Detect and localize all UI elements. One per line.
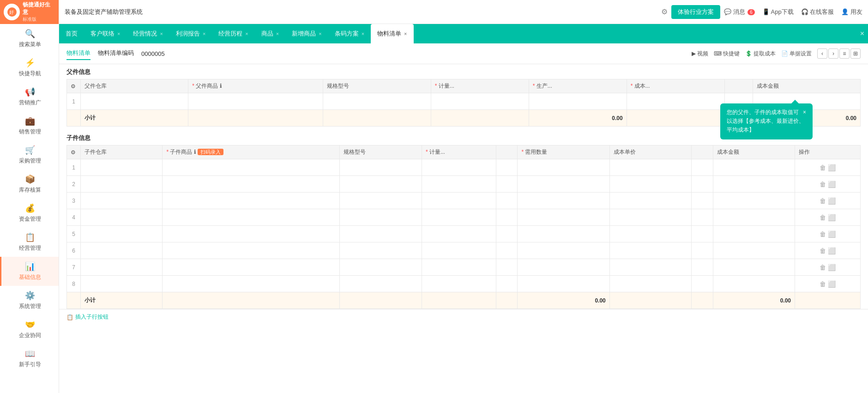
child-row-6-unit-cost[interactable] [609,242,691,259]
online-service-action[interactable]: 🎧 在线客服 [801,8,834,16]
scan-badge[interactable]: 扫码录入 [198,149,223,155]
trial-btn[interactable]: 体验行业方案 [671,5,720,19]
sidebar-item-operations[interactable]: 📋 经营管理 [0,228,59,257]
child-row-3-unit[interactable] [422,193,496,209]
child-row-1-warehouse[interactable] [81,159,163,176]
child-row-8-qty[interactable] [518,276,609,292]
child-row-1-goods[interactable] [163,159,340,176]
sidebar-item-search[interactable]: 🔍 搜索菜单 [0,24,59,53]
parent-row-1-spec[interactable] [323,93,431,110]
nav-expand[interactable]: ⊞ [850,48,861,59]
child-row-4-unit[interactable] [422,209,496,226]
tab-new-goods[interactable]: 新增商品 × [285,24,328,43]
tooltip-close[interactable]: × [803,108,806,117]
delete-icon-3[interactable]: 🗑 [820,197,826,205]
tab-goods[interactable]: 商品 × [255,24,285,43]
child-row-6-warehouse[interactable] [81,242,163,259]
tab-new-goods-close[interactable]: × [319,31,321,36]
copy-icon-7[interactable]: ⬜ [828,264,836,271]
tab-goods-close[interactable]: × [276,31,279,36]
child-row-5-unit[interactable] [422,226,496,242]
subheader-tab-bom[interactable]: 物料清单 [66,47,90,60]
copy-icon-5[interactable]: ⬜ [828,230,836,238]
child-row-3-qty[interactable] [518,193,609,209]
subheader-tab-code[interactable]: 物料清单编码 [98,47,134,60]
child-row-4-unit-cost[interactable] [609,209,691,226]
child-row-8-unit[interactable] [422,276,496,292]
tab-business[interactable]: 经营情况 × [127,24,169,43]
child-row-5-spec[interactable] [340,226,422,242]
parent-row-1-warehouse[interactable] [81,93,188,110]
sidebar-item-marketing[interactable]: 📢 营销推广 [0,82,59,111]
app-download-action[interactable]: 📱 App下载 [762,8,794,16]
sidebar-item-collab[interactable]: 🤝 企业协同 [0,315,59,344]
tab-customer[interactable]: 客户联络 × [84,24,127,43]
sidebar-item-inventory[interactable]: 📦 库存核算 [0,169,59,199]
child-row-5-qty[interactable] [518,226,609,242]
tab-barcode[interactable]: 条码方案 × [328,24,371,43]
delete-icon-2[interactable]: 🗑 [820,181,826,188]
child-row-7-warehouse[interactable] [81,259,163,276]
child-row-2-qty[interactable] [518,176,609,193]
child-row-7-unit-cost[interactable] [609,259,691,276]
child-row-1-unit[interactable] [422,159,496,176]
tab-bom-close[interactable]: × [404,31,407,36]
tab-history-close[interactable]: × [245,31,248,36]
child-row-5-unit-cost[interactable] [609,226,691,242]
child-row-4-qty[interactable] [518,209,609,226]
parent-row-1-cost[interactable] [627,93,724,110]
delete-icon-8[interactable]: 🗑 [820,280,826,288]
child-row-7-spec[interactable] [340,259,422,276]
add-row-btn[interactable]: 📋 插入子行按钮 [66,313,108,321]
sidebar-item-basic[interactable]: 📊 基础信息 [0,257,59,286]
tab-history[interactable]: 经营历程 × [212,24,254,43]
child-row-6-unit[interactable] [422,242,496,259]
tab-customer-close[interactable]: × [117,31,120,36]
child-row-3-spec[interactable] [340,193,422,209]
child-row-8-spec[interactable] [340,276,422,292]
single-settings-action[interactable]: 📄 单据设置 [781,50,812,58]
child-row-4-warehouse[interactable] [81,209,163,226]
child-row-7-goods[interactable] [163,259,340,276]
sidebar-item-purchase[interactable]: 🛒 采购管理 [0,140,59,169]
copy-icon-4[interactable]: ⬜ [828,214,836,221]
sidebar-item-nav[interactable]: ⚡ 快捷导航 [0,53,59,82]
tab-bom[interactable]: 物料清单 × [371,24,413,43]
copy-icon-1[interactable]: ⬜ [828,164,836,171]
delete-icon-5[interactable]: 🗑 [820,230,826,238]
child-row-3-unit-cost[interactable] [609,193,691,209]
child-col-settings[interactable]: ⚙ [67,145,81,159]
settings-icon[interactable]: ⚙ [661,7,668,16]
child-row-2-spec[interactable] [340,176,422,193]
copy-icon-8[interactable]: ⬜ [828,280,836,288]
sidebar-item-system[interactable]: ⚙️ 系统管理 [0,286,59,315]
nav-prev[interactable]: ‹ [817,48,827,59]
tab-profit[interactable]: 利润报告 × [169,24,212,43]
child-row-5-goods[interactable] [163,226,340,242]
child-row-8-warehouse[interactable] [81,276,163,292]
extract-cost-action[interactable]: 💲 提取成本 [745,50,776,58]
parent-row-1-goods[interactable] [188,93,323,110]
view-action[interactable]: ▶ 视频 [692,50,708,58]
tab-home[interactable]: 首页 [59,24,84,43]
child-row-2-unit[interactable] [422,176,496,193]
child-row-2-unit-cost[interactable] [609,176,691,193]
child-row-8-goods[interactable] [163,276,340,292]
shortcut-action[interactable]: ⌨ 快捷键 [714,50,740,58]
copy-icon-2[interactable]: ⬜ [828,181,836,188]
copy-icon-6[interactable]: ⬜ [828,247,836,254]
delete-icon-7[interactable]: 🗑 [820,264,826,271]
child-row-1-qty[interactable] [518,159,609,176]
tab-close-all[interactable]: × [856,30,868,38]
parent-row-1-produce[interactable] [529,93,627,110]
nav-menu[interactable]: ≡ [839,48,850,59]
child-row-4-goods[interactable] [163,209,340,226]
tab-profit-close[interactable]: × [203,31,205,36]
child-row-3-warehouse[interactable] [81,193,163,209]
tab-barcode-close[interactable]: × [362,31,364,36]
child-row-1-unit-cost[interactable] [609,159,691,176]
parent-col-settings[interactable]: ⚙ [67,79,81,93]
child-row-6-qty[interactable] [518,242,609,259]
child-row-8-unit-cost[interactable] [609,276,691,292]
sidebar-item-guide[interactable]: 📖 新手引导 [0,344,59,373]
